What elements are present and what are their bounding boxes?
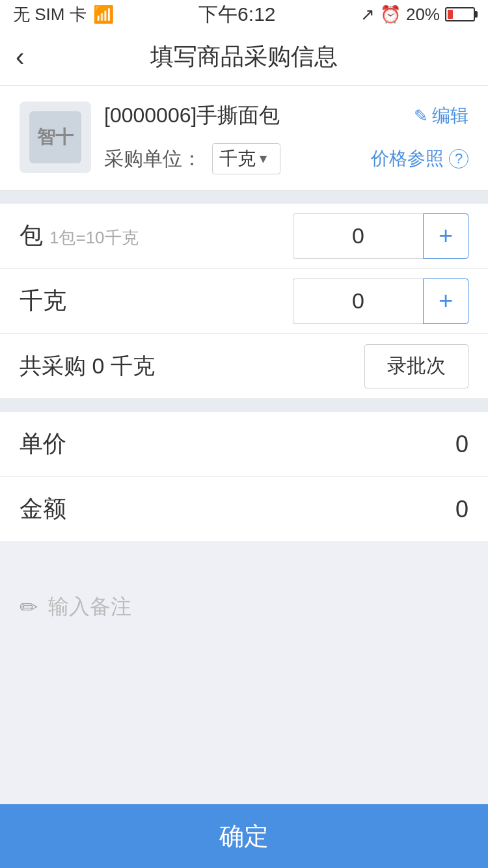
unit-price-value: 0 — [455, 431, 468, 458]
edit-icon: ✎ — [414, 106, 428, 126]
confirm-button-label: 确定 — [219, 820, 269, 853]
pencil-icon: ✏ — [20, 594, 38, 620]
batch-button[interactable]: 录批次 — [364, 344, 468, 388]
kg-input-wrapper: + — [293, 278, 468, 324]
section-divider-2 — [0, 399, 488, 412]
price-ref-button[interactable]: 价格参照 ? — [371, 146, 468, 171]
section-divider-1 — [0, 191, 488, 204]
status-bar: 无 SIM 卡 📶 下午6:12 ↗ ⏰ 20% — [0, 0, 488, 29]
product-info: [0000006]手撕面包 ✎ 编辑 采购单位： 千克 ▾ 价格参照 ? — [104, 102, 468, 174]
pack-sub-label: 1包=10千克 — [49, 228, 139, 247]
pack-label: 包1包=10千克 — [20, 220, 293, 252]
product-name-row: [0000006]手撕面包 ✎ 编辑 — [104, 102, 468, 130]
page-title: 填写商品采购信息 — [150, 41, 338, 73]
summary-prefix: 共采购 — [20, 353, 86, 378]
sim-label: 无 SIM 卡 — [13, 3, 87, 26]
edit-button[interactable]: ✎ 编辑 — [414, 103, 468, 128]
price-ref-label: 价格参照 — [371, 146, 444, 171]
kg-input[interactable] — [293, 278, 423, 324]
status-time: 下午6:12 — [198, 1, 275, 28]
amount-row: 金额 0 — [0, 477, 488, 542]
kg-input-row: 千克 + — [0, 269, 488, 334]
unit-select[interactable]: 千克 ▾ — [212, 143, 280, 174]
unit-label: 采购单位： — [104, 146, 202, 172]
pack-input[interactable] — [293, 213, 423, 259]
unit-row: 采购单位： 千克 ▾ 价格参照 ? — [104, 143, 468, 174]
unit-price-row: 单价 0 — [0, 412, 488, 477]
product-full-name: [0000006]手撕面包 — [104, 102, 280, 130]
kg-label: 千克 — [20, 285, 293, 317]
input-section: 包1包=10千克 + 千克 + 共采购 0 千克 录批次 — [0, 204, 488, 399]
unit-price-label: 单价 — [20, 428, 66, 460]
amount-value: 0 — [455, 496, 468, 523]
price-section: 单价 0 金额 0 — [0, 412, 488, 542]
battery-icon — [445, 7, 475, 21]
product-card: 智十 [0000006]手撕面包 ✎ 编辑 采购单位： 千克 ▾ 价格参照 ? — [0, 86, 488, 191]
amount-label: 金额 — [20, 493, 66, 525]
status-left: 无 SIM 卡 📶 — [13, 3, 114, 26]
back-button[interactable]: ‹ — [16, 42, 24, 72]
summary-value: 0 — [92, 353, 104, 378]
confirm-bar[interactable]: 确定 — [0, 804, 488, 868]
thumbnail-text: 智十 — [37, 125, 74, 150]
summary-unit: 千克 — [111, 353, 155, 378]
location-icon: ↗ — [360, 5, 375, 25]
note-placeholder: 输入备注 — [48, 593, 131, 621]
unit-dropdown-icon: ▾ — [260, 150, 267, 167]
product-thumbnail: 智十 — [20, 102, 91, 173]
battery-percent: 20% — [406, 5, 440, 25]
wifi-icon: 📶 — [93, 5, 114, 25]
help-icon: ? — [449, 149, 468, 169]
pack-input-row: 包1包=10千克 + — [0, 204, 488, 269]
alarm-icon: ⏰ — [380, 5, 401, 25]
edit-label: 编辑 — [432, 103, 468, 128]
pack-plus-button[interactable]: + — [423, 213, 468, 259]
unit-value: 千克 — [219, 146, 256, 171]
note-section[interactable]: ✏ 输入备注 — [0, 542, 488, 672]
status-right: ↗ ⏰ 20% — [360, 5, 475, 25]
product-thumbnail-inner: 智十 — [29, 111, 81, 163]
pack-input-wrapper: + — [293, 213, 468, 259]
summary-text: 共采购 0 千克 — [20, 351, 155, 381]
nav-bar: ‹ 填写商品采购信息 — [0, 29, 488, 86]
kg-plus-button[interactable]: + — [423, 278, 468, 324]
summary-row: 共采购 0 千克 录批次 — [0, 334, 488, 399]
